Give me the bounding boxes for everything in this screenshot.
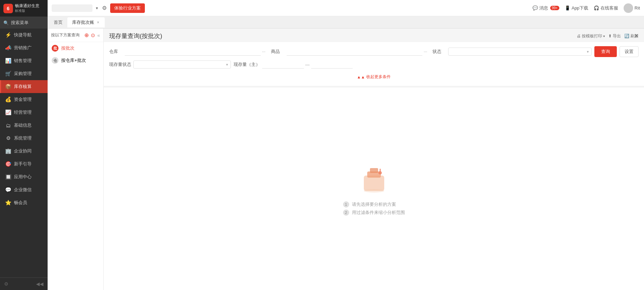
scheme-settings-button[interactable]: ⊙	[91, 32, 95, 38]
basics-icon: 🗂	[5, 122, 11, 128]
status-select[interactable]	[448, 48, 592, 56]
sidebar-item-label: 库存核算	[14, 84, 32, 90]
svg-point-4	[378, 171, 382, 175]
refresh-icon: 🔄	[624, 34, 629, 38]
messages-label: 消息	[539, 5, 548, 11]
print-dropdown-icon: ▾	[603, 34, 605, 38]
print-icon: 🖨	[577, 34, 581, 38]
product-more-button[interactable]: ···	[424, 49, 427, 54]
status-dropdown: ▾	[448, 48, 589, 56]
topbar: ▾ ⚙ 体验行业方案 💬 消息 99+ 📱 App下载 🎧 在线客服 Rit	[48, 0, 644, 16]
tab-close-button[interactable]: ×	[96, 20, 100, 25]
sidebar-settings-button[interactable]: ⚙	[4, 281, 9, 287]
sidebar-item-system[interactable]: ⚙ 系统管理	[0, 132, 48, 145]
sidebar: 6 畅康通好生意 标准版 🔍 搜索菜单 ⚡ 快捷导航 📣 营销推广 📊 销售管理…	[0, 0, 48, 290]
sidebar-item-sales[interactable]: 📊 销售管理	[0, 54, 48, 67]
search-label: 搜索菜单	[11, 20, 29, 26]
sidebar-item-shortcut[interactable]: ⚡ 快捷导航	[0, 29, 48, 41]
query-button[interactable]: 查询	[594, 46, 617, 57]
online-service-label: 在线客服	[600, 5, 618, 11]
page-title: 现存量查询(按批次)	[109, 32, 162, 40]
main-area: ▾ ⚙ 体验行业方案 💬 消息 99+ 📱 App下载 🎧 在线客服 Rit	[48, 0, 644, 290]
sidebar-item-marketing[interactable]: 📣 营销推广	[0, 41, 48, 54]
tip-num-2: 2	[343, 210, 349, 216]
tip-num-1: 1	[343, 201, 349, 207]
sidebar-item-label: 企业协同	[14, 148, 32, 154]
scheme-item-label-batch: 按批次	[61, 45, 74, 51]
settings-outline-button[interactable]: 设置	[620, 46, 639, 57]
tab-inventory-batch[interactable]: 库存批次账 ×	[67, 17, 105, 28]
print-label: 按模板打印	[582, 33, 602, 39]
logo-icon: 6	[3, 4, 13, 13]
add-scheme-button[interactable]: ⊕	[84, 32, 89, 38]
tip-item-2: 2 用过滤条件来缩小分析范围	[343, 210, 405, 216]
warehouse-input[interactable]	[125, 48, 261, 56]
sidebar-item-label: 应用中心	[14, 174, 32, 180]
sidebar-item-apps[interactable]: 🔲 应用中心	[0, 170, 48, 183]
topbar-right: 💬 消息 99+ 📱 App下载 🎧 在线客服 Rit	[532, 3, 640, 13]
sidebar-item-finance[interactable]: 💰 资金管理	[0, 93, 48, 106]
shortcut-icon: ⚡	[5, 32, 11, 38]
quantity-from-input[interactable]	[262, 60, 304, 69]
avatar-image	[624, 3, 633, 13]
search-icon: 🔍	[3, 20, 9, 25]
quantity-dash: —	[305, 62, 310, 67]
purchase-icon: 🛒	[5, 71, 11, 77]
table-area: 1 请先选择要分析的方案 2 用过滤条件来缩小分析范围	[104, 88, 644, 290]
user-avatar[interactable]: Rit	[624, 3, 640, 13]
tip-item-1: 1 请先选择要分析的方案	[343, 201, 405, 207]
operations-icon: 📈	[5, 109, 11, 115]
inventory-status-label: 现存量状态	[109, 61, 131, 68]
sidebar-item-purchase[interactable]: 🛒 采购管理	[0, 67, 48, 80]
page-header: 现存量查询(按批次) 🖨 按模板打印 ▾ ⬆ 导出 🔄 刷新	[104, 29, 644, 42]
tip-text-1: 请先选择要分析的方案	[352, 201, 396, 207]
empty-illustration	[357, 162, 391, 196]
topbar-settings-button[interactable]: ⚙	[101, 4, 107, 12]
sidebar-item-operations[interactable]: 📈 经营管理	[0, 106, 48, 119]
action-buttons: 查询 设置	[594, 46, 639, 57]
sidebar-item-label: 企业微信	[14, 187, 32, 193]
app-download-button[interactable]: 📱 App下载	[565, 5, 588, 11]
inventory-status-select[interactable]	[133, 60, 231, 69]
sidebar-collapse-button[interactable]: ◀◀	[36, 281, 44, 287]
tab-inventory-batch-label: 库存批次账	[72, 19, 94, 25]
print-button[interactable]: 🖨 按模板打印 ▾	[577, 33, 605, 39]
quantity-to-input[interactable]	[311, 60, 353, 69]
export-button[interactable]: ⬆ 导出	[608, 33, 621, 39]
sidebar-item-enterprise[interactable]: 🏢 企业协同	[0, 145, 48, 158]
messages-button[interactable]: 💬 消息 99+	[532, 5, 559, 11]
sidebar-item-guide[interactable]: 🎯 新手引导	[0, 158, 48, 170]
svg-rect-2	[370, 168, 378, 173]
inventory-status-filter-field: 现存量状态 ▾	[109, 60, 228, 69]
main-close-button[interactable]: ✕	[634, 33, 639, 39]
try-industry-button[interactable]: 体验行业方案	[110, 3, 145, 13]
scheme-item-batch[interactable]: 批 按批次	[48, 42, 103, 54]
tab-home[interactable]: 首页	[49, 17, 67, 28]
sidebar-item-label: 快捷导航	[14, 32, 32, 38]
collapse-scheme-panel-button[interactable]: «	[97, 33, 100, 38]
sidebar-item-label: 营销推广	[14, 45, 32, 51]
online-service-button[interactable]: 🎧 在线客服	[594, 5, 618, 11]
topbar-dropdown-button[interactable]: ▾	[95, 5, 99, 11]
message-icon: 💬	[532, 5, 538, 11]
app-name: 畅康通好生意	[15, 3, 39, 9]
sidebar-search[interactable]: 🔍 搜索菜单	[0, 17, 48, 29]
sidebar-item-basics[interactable]: 🗂 基础信息	[0, 119, 48, 132]
product-input[interactable]	[287, 48, 423, 56]
export-label: 导出	[613, 33, 621, 39]
scheme-item-warehouse-batch[interactable]: 仓 按仓库+批次	[48, 54, 103, 67]
empty-state: 1 请先选择要分析的方案 2 用过滤条件来缩小分析范围	[343, 162, 405, 216]
sidebar-item-label: 新手引导	[14, 161, 32, 167]
sidebar-item-wechat[interactable]: 💬 企业微信	[0, 183, 48, 196]
status-label: 状态	[433, 49, 446, 55]
tab-home-label: 首页	[54, 19, 63, 25]
sidebar-nav: ⚡ 快捷导航 📣 营销推广 📊 销售管理 🛒 采购管理 📦 库存核算 💰 资金管…	[0, 29, 48, 277]
topbar-search-input[interactable]	[52, 4, 92, 12]
marketing-icon: 📣	[5, 45, 11, 51]
app-download-icon: 📱	[565, 5, 570, 11]
sidebar-item-inventory[interactable]: 📦 库存核算	[0, 80, 48, 93]
warehouse-more-button[interactable]: ···	[262, 49, 266, 54]
sidebar-item-member[interactable]: ⭐ 畅会员	[0, 196, 48, 209]
collapse-filter-button[interactable]: ▲▲ 收起更多条件	[355, 72, 393, 82]
sidebar-item-label: 经营管理	[14, 109, 32, 115]
